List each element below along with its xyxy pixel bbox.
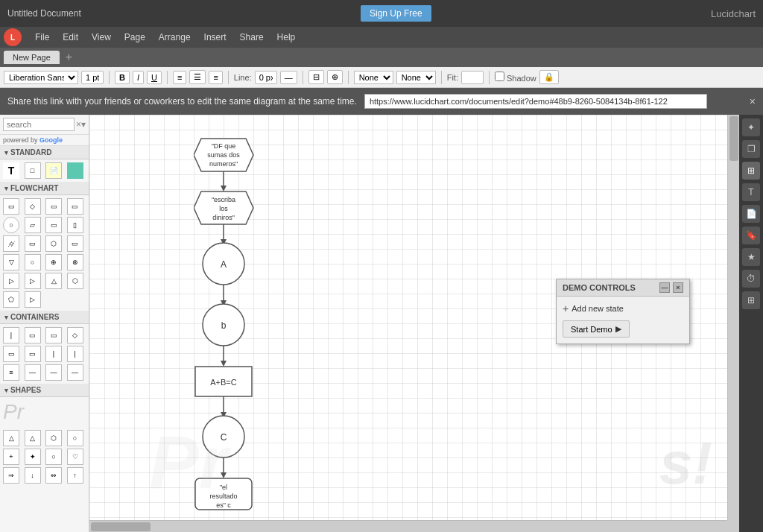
flow-diamond[interactable]: ◇ [25,198,41,215]
search-input[interactable] [3,118,75,131]
flow-s5[interactable]: ⌭ [3,235,19,252]
fit-input[interactable] [461,71,484,84]
add-tab-button[interactable]: + [66,51,72,64]
section-flowchart[interactable]: FLOWCHART [0,182,89,195]
horizontal-scrollbar[interactable] [89,520,727,532]
stroke-select[interactable]: None [396,71,436,84]
right-btn-star[interactable]: ★ [742,248,760,266]
section-containers[interactable]: CONTAINERS [0,311,89,324]
cont-s10[interactable]: — [25,364,41,381]
zoom-out-button[interactable]: ⊟ [308,70,324,84]
right-btn-doc[interactable]: 📄 [742,205,760,223]
sh-s2[interactable]: △ [25,430,41,446]
align-center-button[interactable]: ☰ [189,70,206,84]
sh-s12[interactable]: ↑ [67,467,83,484]
cont-s7[interactable]: | [45,346,62,362]
underline-button[interactable]: U [147,71,162,84]
sh-s5[interactable]: + [3,449,19,465]
line-input[interactable] [255,71,277,84]
menu-insert[interactable]: Insert [198,30,232,45]
menu-view[interactable]: View [86,30,117,45]
menu-page[interactable]: Page [118,30,151,45]
right-btn-bookmark[interactable]: 🔖 [742,227,760,244]
search-dropdown-icon[interactable]: ▾ [81,119,86,130]
menu-arrange[interactable]: Arrange [153,30,197,45]
cont-s4[interactable]: ◇ [67,327,83,343]
flow-s11[interactable]: ⊕ [45,254,62,270]
sh-s8[interactable]: ♡ [67,449,83,465]
vertical-scrollbar[interactable] [727,115,739,520]
menu-share[interactable]: Share [234,30,270,45]
flow-s3[interactable]: ▭ [45,217,62,233]
align-left-button[interactable]: ≡ [173,71,186,84]
sh-s4[interactable]: ○ [67,430,83,446]
cont-s2[interactable]: ▭ [25,327,41,343]
canvas[interactable]: "DF que sumas dos numeros" "escriba los … [89,115,727,520]
flow-s4[interactable]: ▯ [67,217,83,233]
flow-s9[interactable]: ▽ [3,254,19,270]
flow-s15[interactable]: △ [45,273,62,289]
zoom-in-button[interactable]: ⊕ [327,70,343,84]
line-style-button[interactable]: — [280,71,297,84]
search-clear-icon[interactable]: × [76,119,81,130]
sh-s7[interactable]: ○ [45,449,62,465]
right-btn-apps[interactable]: ⊞ [742,291,760,309]
flow-s10[interactable]: ○ [25,254,41,270]
sh-s3[interactable]: ⬡ [45,430,62,446]
bold-button[interactable]: B [115,71,130,84]
shadow-checkbox[interactable] [495,72,504,81]
flow-s2[interactable]: ▱ [25,217,41,233]
flow-rect[interactable]: ▭ [3,198,19,215]
right-btn-sparkle[interactable]: ✦ [742,118,760,136]
cont-s5[interactable]: ▭ [3,346,19,362]
start-demo-button[interactable]: Start Demo ▶ [563,320,630,338]
flow-s14[interactable]: ▷ [25,273,41,289]
flow-s6[interactable]: ▭ [25,235,41,252]
flow-s1[interactable]: ○ [3,217,19,233]
fill-select[interactable]: None [354,71,393,84]
menu-file[interactable]: File [29,30,55,45]
shape-color[interactable] [67,162,83,179]
cont-s6[interactable]: ▭ [25,346,41,362]
menu-help[interactable]: Help [271,30,302,45]
lock-button[interactable]: 🔒 [539,70,559,84]
share-close-button[interactable]: × [750,95,756,107]
horizontal-scroll-thumb[interactable] [91,522,151,531]
right-btn-copy[interactable]: ❐ [742,140,760,158]
font-size-input[interactable] [81,71,104,84]
share-url-input[interactable] [364,94,707,109]
cont-s12[interactable]: — [67,364,83,381]
canvas-area[interactable]: "DF que sumas dos numeros" "escriba los … [89,115,739,532]
italic-button[interactable]: I [133,71,144,84]
flow-s8[interactable]: ▭ [67,235,83,252]
signup-button[interactable]: Sign Up Free [361,5,431,22]
right-btn-text[interactable]: T [742,183,760,201]
menu-edit[interactable]: Edit [57,30,84,45]
vertical-scroll-thumb[interactable] [729,116,738,161]
cont-s8[interactable]: | [67,346,83,362]
sh-s6[interactable]: ✦ [25,449,41,465]
sh-s11[interactable]: ⇔ [45,467,62,484]
flow-s16[interactable]: ⬡ [67,273,83,289]
tab-new-page[interactable]: New Page [4,51,60,64]
section-standard[interactable]: STANDARD [0,146,89,159]
flow-s18[interactable]: ▷ [25,291,41,308]
section-shapes[interactable]: SHAPES [0,384,89,397]
shape-text[interactable]: T [3,162,19,179]
cont-s11[interactable]: — [45,364,62,381]
shape-rect-standard[interactable]: □ [25,162,41,179]
cont-s3[interactable]: ▭ [45,327,62,343]
sh-s10[interactable]: ↓ [25,467,41,484]
flow-rect3[interactable]: ▭ [67,198,83,215]
demo-minimize-button[interactable]: — [659,282,670,293]
align-right-button[interactable]: ≡ [209,71,222,84]
demo-close-button[interactable]: × [673,282,683,293]
cont-s1[interactable]: | [3,327,19,343]
flow-rect2[interactable]: ▭ [45,198,62,215]
sh-s1[interactable]: △ [3,430,19,446]
sh-s9[interactable]: ⇒ [3,467,19,484]
cont-s9[interactable]: ≡ [3,364,19,381]
shape-note[interactable]: 📄 [45,162,62,179]
font-select[interactable]: Liberation Sans [4,71,78,84]
add-state-button[interactable]: + Add new state [563,303,683,314]
